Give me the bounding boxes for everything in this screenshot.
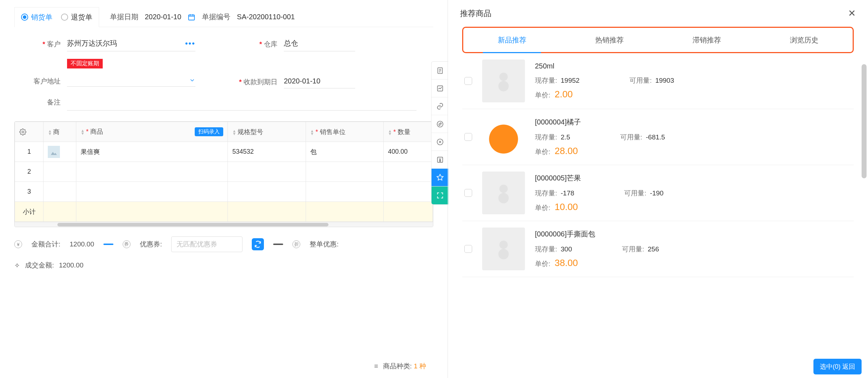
side-toolbar: [431, 61, 448, 205]
selected-return-button[interactable]: 选中(0) 返回: [813, 359, 862, 374]
product-thumb: [482, 60, 525, 102]
doc-no-label: 单据编号: [202, 12, 230, 22]
deal-amount: 1200.00: [59, 261, 83, 269]
tool-expand-icon[interactable]: [432, 187, 448, 204]
recommend-tab-0[interactable]: 新品推荐: [463, 28, 561, 52]
svg-point-9: [498, 81, 509, 91]
gear-icon[interactable]: [19, 128, 39, 136]
tool-debt-icon[interactable]: [432, 133, 448, 151]
warehouse-label: 仓库: [235, 40, 277, 49]
coupon-input[interactable]: 无匹配优惠券: [171, 236, 242, 252]
svg-point-12: [499, 241, 507, 249]
doc-no: SA-20200110-001: [237, 13, 295, 21]
calendar-icon[interactable]: [188, 13, 195, 21]
doc-tabs-row: 销货单 退货单 单据日期 2020-01-10 单据编号 SA-20200110…: [14, 7, 433, 27]
subtotal-label: 小计: [15, 202, 44, 222]
deal-icon: ✧: [14, 261, 20, 270]
product-checkbox[interactable]: [464, 77, 472, 85]
svg-rect-0: [189, 15, 195, 20]
tool-currency-icon[interactable]: [432, 151, 448, 169]
product-thumb: [482, 116, 525, 158]
vertical-scrollbar[interactable]: [862, 64, 867, 178]
doc-date-label: 单据日期: [110, 12, 138, 22]
product-row: [0000004]橘子 现存量:2.5 可用量:-681.5 单价:28.00: [462, 109, 854, 165]
svg-point-1: [22, 131, 24, 133]
recommend-tabs: 新品推荐热销推荐滞销推荐浏览历史: [462, 27, 854, 53]
product-thumb: [482, 172, 525, 214]
ellipsis-icon[interactable]: •••: [185, 39, 195, 48]
product-name: 250ml: [535, 62, 854, 70]
product-checkbox[interactable]: [464, 189, 472, 197]
customer-badge: 不固定账期: [67, 59, 103, 68]
chevron-down-icon[interactable]: [189, 77, 195, 83]
address-field[interactable]: [67, 76, 195, 87]
tool-doc-icon[interactable]: [432, 62, 448, 80]
product-list[interactable]: 250ml 现存量:19952 可用量:19903 单价:2.00 [00000…: [448, 53, 868, 378]
recommend-tab-3[interactable]: 浏览历史: [755, 28, 853, 52]
doc-date[interactable]: 2020-01-10: [145, 13, 181, 21]
remark-input[interactable]: [67, 98, 417, 111]
product-name: [0000005]芒果: [535, 173, 854, 183]
tool-swap-icon[interactable]: [432, 115, 448, 133]
svg-rect-2: [48, 146, 60, 158]
svg-point-5: [437, 121, 443, 127]
due-label: 收款到期日: [235, 77, 277, 87]
product-checkbox[interactable]: [464, 133, 472, 141]
warehouse-field[interactable]: 总仓: [284, 37, 355, 51]
refresh-button[interactable]: [252, 238, 264, 250]
product-row: [0000006]手撕面包 现存量:300 可用量:256 单价:38.00: [462, 221, 854, 277]
recommend-tab-2[interactable]: 滞销推荐: [658, 28, 755, 52]
product-checkbox[interactable]: [464, 245, 472, 253]
recommend-tab-1[interactable]: 热销推荐: [561, 28, 658, 52]
table-row[interactable]: 1 果倍爽534532包400.00: [15, 142, 433, 162]
svg-point-13: [498, 249, 509, 259]
horizontal-scrollbar[interactable]: [15, 222, 433, 227]
scan-button[interactable]: 扫码录入: [195, 127, 223, 136]
svg-point-11: [498, 193, 509, 203]
due-field[interactable]: 2020-01-10: [284, 76, 355, 88]
product-row: [0000005]芒果 现存量:-178 可用量:-190 单价:10.00: [462, 165, 854, 221]
items-grid: ▲▼商 ▲▼* 商品 扫码录入 ▲▼规格型号 ▲▼* 销售单位 ▲▼* 数量 1…: [14, 121, 433, 227]
svg-point-10: [499, 185, 507, 193]
tab-sales[interactable]: 销货单: [21, 12, 52, 22]
close-icon[interactable]: ✕: [848, 8, 856, 19]
remark-label: 备注: [18, 98, 61, 107]
yen-icon: ¥: [14, 240, 22, 248]
product-thumb: [482, 228, 525, 270]
product-name: [0000006]手撕面包: [535, 229, 854, 239]
product-name: [0000004]橘子: [535, 117, 854, 127]
table-row[interactable]: 3: [15, 182, 433, 202]
svg-point-8: [499, 73, 507, 81]
customer-label: 客户: [18, 40, 61, 49]
footer-summary: ≡ 商品种类: 1 种: [0, 362, 448, 371]
tool-link-icon[interactable]: [432, 97, 448, 115]
recommend-title: 推荐商品: [460, 8, 491, 19]
table-row[interactable]: 2: [15, 162, 433, 182]
product-row: 250ml 现存量:19952 可用量:19903 单价:2.00: [462, 53, 854, 109]
total-amount: 1200.00: [70, 240, 94, 248]
tool-chart-icon[interactable]: [432, 80, 448, 97]
tool-star-icon[interactable]: [432, 169, 448, 187]
tab-return[interactable]: 退货单: [61, 12, 92, 22]
address-label: 客户地址: [18, 77, 61, 86]
coupon-icon: 券: [123, 240, 131, 248]
discount-icon: 折: [292, 240, 300, 248]
customer-field[interactable]: 苏州万达沃尔玛 •••: [67, 37, 195, 51]
